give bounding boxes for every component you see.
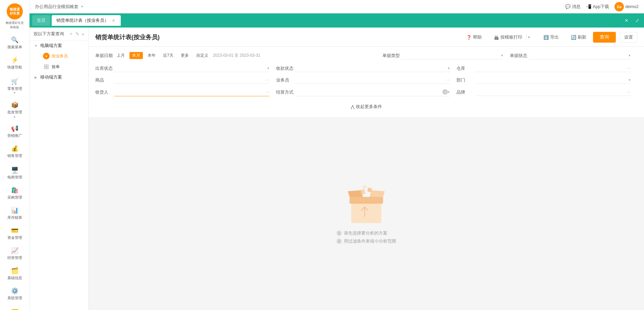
sidebar-item-system[interactable]: ⚙️ 系统管理	[0, 284, 29, 304]
date-btn-more[interactable]: 更多	[178, 52, 192, 59]
query-button[interactable]: 查询	[593, 32, 616, 43]
date-btn-lastmonth[interactable]: 上月	[114, 52, 127, 59]
sidebar-item-wholesale-label: 批发管理	[7, 110, 22, 115]
tab-close-all-btn[interactable]: ✕	[623, 16, 631, 24]
salesperson-control[interactable]: ···	[295, 76, 450, 84]
warehouse-more-icon[interactable]: ···	[627, 66, 631, 70]
sidebar-item-base[interactable]: 🗂️ 基础信息	[0, 264, 29, 284]
operations-icon: 📈	[11, 247, 18, 254]
add-scheme-btn[interactable]: ＋	[69, 31, 73, 37]
date-btn-thismonth[interactable]: 本月	[129, 52, 143, 59]
tab-close-btn[interactable]: ✕	[111, 18, 116, 23]
sidebar-item-system-label: 系统管理	[7, 296, 22, 301]
sidebar-item-marketing[interactable]: 📢 营销推广	[0, 121, 29, 142]
sidebar-item-purchase-label: 采购管理	[7, 195, 22, 200]
warehouse-control[interactable]: ···	[475, 64, 631, 72]
empty-illustration	[339, 181, 393, 225]
app-logo[interactable]: 畅捷通好生意 畅捷通好生意 标账版	[0, 0, 29, 33]
consignee-control[interactable]: ···	[114, 88, 269, 96]
tree-child-desktop: ● 按业务员 按单	[30, 51, 88, 72]
tree-item-by-salesperson[interactable]: ● 按业务员	[39, 51, 88, 61]
sidebar-item-sales-label: 销售管理	[7, 153, 22, 158]
logo-icon: 畅捷通好生意	[7, 3, 23, 19]
shipstatus-label: 出库状态	[95, 65, 114, 71]
export-btn[interactable]: ⬇️ 导出	[541, 33, 561, 42]
sidebar-item-sales[interactable]: 💰 销售管理	[0, 142, 29, 162]
payment-dropdown-icon: ▾	[448, 90, 450, 94]
department-control[interactable]: ▾	[475, 76, 631, 84]
breadcrumb-dropdown[interactable]: ▾	[81, 4, 83, 9]
tree-item-by-salesperson-label: 按业务员	[52, 53, 68, 59]
doctype-control[interactable]: ▾	[401, 52, 503, 59]
print-btn[interactable]: 🖨️ 按模板打印	[491, 33, 525, 42]
content-area: 按以下方案查询 ＋ ✎ « ▼ 电脑端方案 ● 按业务员	[30, 28, 644, 310]
collapse-icon: ⋀	[351, 104, 355, 109]
tab-home[interactable]: 首页	[32, 15, 50, 26]
date-btn-custom[interactable]: 自定义	[194, 52, 211, 59]
sidebar-item-purchase[interactable]: 🛍️ 采购管理	[0, 183, 29, 203]
product-label: 商品	[95, 77, 114, 83]
svg-rect-1	[47, 65, 48, 66]
sidebar-item-enterprise[interactable]: 🤝 企业协同	[0, 304, 29, 310]
sidebar-item-wholesale[interactable]: 📦 批发管理 ▲	[0, 98, 29, 121]
tab-expand-btn[interactable]: ⤢	[633, 16, 641, 24]
sidebar-item-search[interactable]: 🔍 搜索菜单	[0, 33, 29, 53]
filter-brand: 品牌 ···	[457, 88, 637, 96]
tab-sales-report[interactable]: 销货单统计表（按业务员） ✕	[52, 15, 121, 26]
filter-row-3: 商品 ··· 业务员 ··· 部门	[95, 76, 637, 84]
user-menu-btn[interactable]: Ea demo2	[614, 2, 639, 11]
empty-step-1: 1 请先选择要分析的方案	[336, 230, 396, 236]
brand-control[interactable]: ···	[475, 88, 631, 96]
app-download-btn[interactable]: 📲 App下载	[586, 4, 609, 10]
receiptstatus-control[interactable]: ▾	[295, 65, 450, 72]
print-dropdown-btn[interactable]: ▾	[526, 34, 531, 41]
date-btn-thisyear[interactable]: 本年	[145, 52, 158, 59]
tree-item-mobile[interactable]: ▶ 移动端方案	[30, 72, 88, 82]
message-icon: 💬	[565, 4, 571, 9]
payment-clear-btn[interactable]: ×	[442, 89, 448, 95]
sidebar-item-retail[interactable]: 🛒 零售管理 ▼	[0, 74, 29, 98]
product-control[interactable]: ···	[114, 76, 269, 84]
collapse-panel-btn[interactable]: «	[82, 31, 84, 37]
shipstatus-control[interactable]: ▾	[114, 65, 269, 72]
desktop-expand-icon: ▼	[34, 43, 38, 48]
collapse-btn[interactable]: ⋀ 收起更多条件	[95, 102, 637, 112]
finance-icon: 💳	[11, 227, 18, 234]
tree-item-by-order[interactable]: 按单	[39, 61, 88, 72]
sidebar-item-operations[interactable]: 📈 经营管理	[0, 244, 29, 264]
docstatus-control[interactable]: ▾	[529, 52, 631, 59]
edit-scheme-btn[interactable]: ✎	[75, 31, 79, 37]
step-2-text: 用过滤条件来缩小分析范围	[344, 238, 396, 244]
sidebar-item-ecommerce[interactable]: 🖥️ 电商管理	[0, 163, 29, 183]
empty-text: 1 请先选择要分析的方案 2 用过滤条件来缩小分析范围	[336, 230, 396, 246]
help-btn[interactable]: ❓ 帮助	[464, 33, 484, 42]
payment-control[interactable]: × ▾	[295, 88, 450, 96]
sidebar-item-finance[interactable]: 💳 资金管理	[0, 223, 29, 244]
sidebar-item-inventory-label: 库存核算	[7, 215, 22, 220]
sidebar-item-ecommerce-label: 电商管理	[7, 175, 22, 180]
sidebar-item-base-label: 基础信息	[7, 275, 22, 280]
consignee-more-icon[interactable]: ···	[266, 90, 269, 94]
consignee-input[interactable]	[114, 90, 266, 95]
setting-button[interactable]: 设置	[620, 32, 637, 43]
left-panel-title: 按以下方案查询	[34, 31, 64, 37]
tree-item-desktop[interactable]: ▼ 电脑端方案	[30, 41, 88, 51]
sidebar-item-quicknav[interactable]: ⚡ 快捷导航	[0, 53, 29, 73]
purchase-icon: 🛍️	[11, 187, 18, 194]
svg-rect-3	[47, 67, 48, 69]
system-icon: ⚙️	[11, 287, 18, 295]
tab-home-label: 首页	[37, 17, 46, 23]
refresh-btn[interactable]: 🔄 刷新	[568, 33, 589, 42]
brand-more-icon[interactable]: ···	[627, 90, 631, 94]
tree-desktop-label: 电脑端方案	[40, 43, 62, 49]
message-btn[interactable]: 💬 消息	[565, 4, 581, 10]
ecommerce-icon: 🖥️	[11, 166, 18, 174]
sidebar-item-inventory[interactable]: 📊 库存核算	[0, 203, 29, 223]
tab-sales-report-label: 销货单统计表（按业务员）	[56, 17, 109, 23]
mobile-expand-icon: ▶	[34, 75, 38, 80]
sales-icon: 💰	[11, 145, 18, 152]
date-btn-7days[interactable]: 近7天	[160, 52, 176, 59]
product-more-icon[interactable]: ···	[266, 78, 269, 82]
breadcrumb-text: 办公用品行业模拟账套	[35, 4, 78, 10]
salesperson-more-icon[interactable]: ···	[446, 78, 450, 82]
